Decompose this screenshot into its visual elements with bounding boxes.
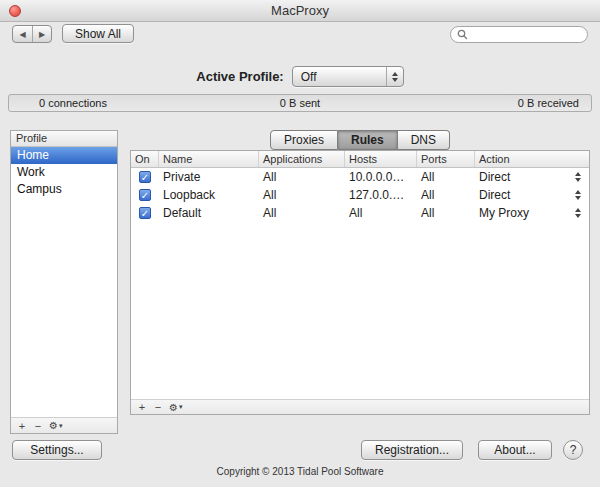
rule-hosts: All: [345, 206, 417, 220]
chevron-down-icon: ▾: [179, 403, 183, 411]
sidebar-item-home[interactable]: Home: [11, 147, 117, 164]
column-header-applications[interactable]: Applications: [259, 151, 345, 167]
rule-applications: All: [259, 170, 345, 184]
active-profile-value: Off: [293, 70, 386, 84]
popup-arrows-icon: [575, 172, 581, 182]
forward-icon: ▶: [39, 30, 45, 39]
search-field[interactable]: [450, 26, 588, 43]
search-input[interactable]: [472, 29, 581, 41]
rule-actions-button[interactable]: ⚙ ▾: [167, 402, 184, 413]
active-profile-select[interactable]: Off: [292, 66, 404, 87]
chevron-down-icon: ▾: [59, 422, 63, 430]
rule-applications: All: [259, 188, 345, 202]
copyright-text: Copyright © 2013 Tidal Pool Software: [0, 466, 600, 477]
sidebar-header: Profile: [11, 131, 117, 147]
registration-button[interactable]: Registration...: [361, 440, 463, 460]
back-button[interactable]: ◀: [13, 26, 32, 42]
search-icon: [457, 29, 468, 40]
sidebar-toolbar: + − ⚙ ▾: [11, 417, 117, 433]
add-profile-button[interactable]: +: [15, 419, 29, 433]
table-toolbar: + − ⚙ ▾: [131, 399, 589, 414]
popup-arrows-icon: [386, 67, 403, 86]
rule-name: Default: [159, 206, 259, 220]
rule-enabled-checkbox[interactable]: ✓: [139, 207, 151, 219]
help-button[interactable]: ?: [563, 440, 583, 460]
back-icon: ◀: [19, 30, 25, 39]
column-header-ports[interactable]: Ports: [417, 151, 475, 167]
table-row[interactable]: ✓ Default All All All My Proxy: [131, 204, 589, 222]
status-bar: 0 connections 0 B sent 0 B received: [8, 94, 592, 112]
table-row[interactable]: ✓ Private All 10.0.0.0… All Direct: [131, 168, 589, 186]
rule-enabled-checkbox[interactable]: ✓: [139, 189, 151, 201]
table-body: ✓ Private All 10.0.0.0… All Direct ✓ Loo…: [131, 168, 589, 399]
column-header-name[interactable]: Name: [159, 151, 259, 167]
macproxy-window: MacProxy ◀ ▶ Show All Active Profile: Of…: [0, 0, 600, 487]
rule-hosts: 10.0.0.0…: [345, 170, 417, 184]
show-all-button[interactable]: Show All: [62, 24, 134, 43]
about-button[interactable]: About...: [478, 440, 552, 460]
rule-action-value: My Proxy: [479, 206, 529, 220]
rule-hosts: 127.0.0.…: [345, 188, 417, 202]
rule-ports: All: [417, 188, 475, 202]
title-bar: MacProxy: [0, 0, 600, 22]
sidebar-item-work[interactable]: Work: [11, 164, 117, 181]
table-row[interactable]: ✓ Loopback All 127.0.0.… All Direct: [131, 186, 589, 204]
rule-action-popup[interactable]: My Proxy: [475, 206, 589, 220]
rule-enabled-checkbox[interactable]: ✓: [139, 171, 151, 183]
tab-dns[interactable]: DNS: [398, 130, 450, 150]
column-header-on[interactable]: On: [131, 151, 159, 167]
rule-ports: All: [417, 170, 475, 184]
column-header-hosts[interactable]: Hosts: [345, 151, 417, 167]
section-tabs: Proxies Rules DNS: [130, 130, 590, 150]
toolbar: ◀ ▶ Show All: [0, 22, 600, 50]
sidebar-item-campus[interactable]: Campus: [11, 181, 117, 198]
gear-icon: ⚙: [169, 402, 178, 413]
settings-button[interactable]: Settings...: [12, 440, 102, 460]
remove-profile-button[interactable]: −: [31, 419, 45, 433]
column-header-action[interactable]: Action: [475, 151, 589, 167]
remove-rule-button[interactable]: −: [151, 400, 165, 414]
rule-action-popup[interactable]: Direct: [475, 170, 589, 184]
sent-status: 0 B sent: [9, 97, 591, 109]
rule-action-value: Direct: [479, 188, 510, 202]
rule-name: Private: [159, 170, 259, 184]
profile-sidebar: Profile Home Work Campus + − ⚙ ▾: [10, 130, 118, 434]
window-title: MacProxy: [0, 3, 600, 18]
active-profile-label: Active Profile:: [196, 69, 283, 84]
tab-rules[interactable]: Rules: [338, 130, 398, 150]
active-profile-row: Active Profile: Off: [0, 66, 600, 87]
nav-button-group: ◀ ▶: [12, 25, 52, 43]
popup-arrows-icon: [575, 208, 581, 218]
tab-proxies[interactable]: Proxies: [270, 130, 338, 150]
add-rule-button[interactable]: +: [135, 400, 149, 414]
table-header: On Name Applications Hosts Ports Action: [131, 151, 589, 168]
rule-ports: All: [417, 206, 475, 220]
rules-table: On Name Applications Hosts Ports Action …: [130, 150, 590, 415]
profile-actions-button[interactable]: ⚙ ▾: [47, 420, 64, 431]
forward-button[interactable]: ▶: [32, 26, 51, 42]
profile-list: Home Work Campus: [11, 147, 117, 417]
rule-action-value: Direct: [479, 170, 510, 184]
rule-name: Loopback: [159, 188, 259, 202]
popup-arrows-icon: [575, 190, 581, 200]
rule-applications: All: [259, 206, 345, 220]
rule-action-popup[interactable]: Direct: [475, 188, 589, 202]
gear-icon: ⚙: [49, 420, 58, 431]
